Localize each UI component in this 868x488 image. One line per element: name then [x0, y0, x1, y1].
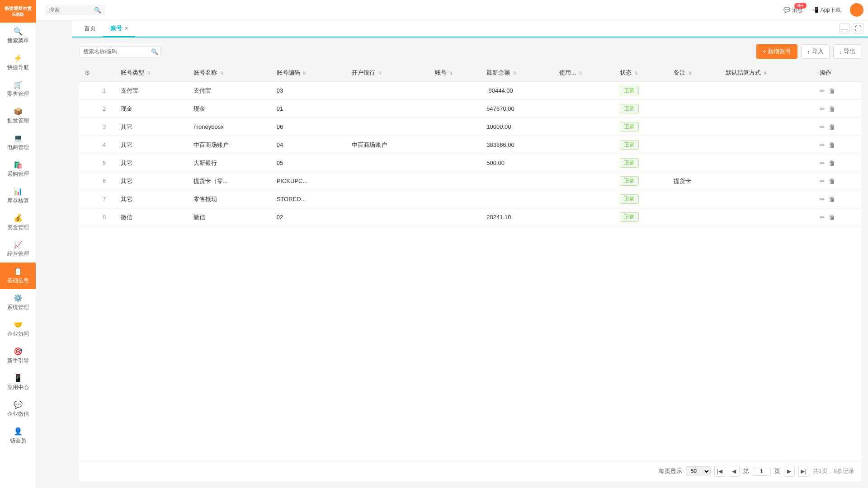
- sort-name-icon: ⇅: [220, 70, 223, 75]
- sort-balance-icon: ⇅: [513, 70, 516, 75]
- tab-account[interactable]: 账号 ×: [103, 21, 135, 37]
- wholesale-icon: 📦: [14, 107, 23, 116]
- sidebar-item-member[interactable]: 👤 畅会员: [0, 422, 36, 449]
- search-input[interactable]: [83, 48, 151, 55]
- delete-btn[interactable]: 🗑: [829, 160, 835, 167]
- search-menu-icon: 🔍: [14, 27, 23, 36]
- delete-btn[interactable]: 🗑: [829, 141, 835, 149]
- row-usage: [554, 136, 614, 154]
- next-page-btn[interactable]: ▶: [784, 466, 795, 477]
- row-type: 现金: [115, 100, 188, 118]
- edit-btn[interactable]: ✏: [820, 178, 825, 185]
- row-status: 正常: [614, 118, 668, 136]
- col-usage[interactable]: 使用... ⇅: [554, 64, 614, 82]
- col-default-settle[interactable]: 默认结算方式 ⇅: [720, 64, 814, 82]
- first-page-btn[interactable]: |◀: [714, 466, 725, 477]
- topbar-search-input[interactable]: [49, 7, 94, 13]
- edit-btn[interactable]: ✏: [820, 105, 825, 113]
- sort-code-icon: ⇅: [302, 70, 306, 75]
- status-badge: 正常: [620, 194, 639, 204]
- delete-btn[interactable]: 🗑: [829, 123, 835, 131]
- row-name: 支付宝: [188, 82, 271, 100]
- col-bank-label: 开户银行: [352, 69, 375, 76]
- sidebar-item-ecommerce-mgmt[interactable]: 💻 电商管理: [0, 129, 36, 156]
- delete-btn[interactable]: 🗑: [829, 178, 835, 185]
- sidebar-item-capital-mgmt[interactable]: 💰 资金管理: [0, 209, 36, 236]
- col-status[interactable]: 状态 ⇅: [614, 64, 668, 82]
- sidebar-item-retail-mgmt[interactable]: 🛒 零售管理: [0, 76, 36, 103]
- row-type: 其它: [115, 190, 188, 208]
- edit-btn[interactable]: ✏: [820, 160, 825, 167]
- row-name: 大新银行: [188, 154, 271, 172]
- member-icon: 👤: [14, 427, 23, 436]
- search-icon[interactable]: 🔍: [151, 48, 158, 55]
- row-num: 5: [97, 154, 115, 172]
- sidebar-item-wholesale-mgmt[interactable]: 📦 批发管理: [0, 103, 36, 129]
- delete-btn[interactable]: 🗑: [829, 196, 835, 203]
- col-code[interactable]: 账号编码 ⇅: [271, 64, 347, 82]
- add-account-btn[interactable]: + 新增账号: [756, 44, 797, 59]
- tab-home[interactable]: 首页: [77, 21, 103, 37]
- per-page-select[interactable]: 50 20 100: [686, 466, 711, 476]
- status-badge: 正常: [620, 86, 639, 95]
- sidebar-item-app-center[interactable]: 📱 应用中心: [0, 369, 36, 396]
- sidebar-item-purchase-mgmt[interactable]: 🛍️ 采购管理: [0, 156, 36, 183]
- sidebar-item-new-guide[interactable]: 🎯 新手引导: [0, 343, 36, 369]
- page-content: 🔍 + 新增账号 ↑ 导入 ↓ 导出 ⚙: [72, 38, 868, 488]
- col-name[interactable]: 账号名称 ⇅: [188, 64, 271, 82]
- topbar-app-download[interactable]: 📲 App下载: [812, 6, 841, 14]
- export-btn[interactable]: ↓ 导出: [833, 44, 862, 59]
- col-account[interactable]: 账号 ⇅: [429, 64, 481, 82]
- sidebar-item-label: 批发管理: [7, 117, 29, 125]
- delete-btn[interactable]: 🗑: [829, 214, 835, 221]
- sidebar-item-enterprise-wechat[interactable]: 💬 企业微信: [0, 396, 36, 422]
- col-remark[interactable]: 备注 ⇅: [668, 64, 720, 82]
- sidebar-item-operation-mgmt[interactable]: 📈 经营管理: [0, 236, 36, 263]
- page-input[interactable]: [753, 467, 771, 476]
- sidebar-item-quick-nav[interactable]: ⚡ 快捷导航: [0, 49, 36, 76]
- row-settings: [79, 190, 97, 208]
- delete-btn[interactable]: 🗑: [829, 105, 835, 113]
- sidebar-item-search-menu[interactable]: 🔍 搜索菜单: [0, 23, 36, 49]
- edit-btn[interactable]: ✏: [820, 214, 825, 221]
- col-code-label: 账号编码: [277, 69, 300, 76]
- row-default-settle: [720, 118, 814, 136]
- row-remark: [668, 118, 720, 136]
- logo: 畅捷通财生意 乐惠版: [0, 0, 36, 23]
- app-download-label: App下载: [821, 6, 841, 14]
- prev-page-btn[interactable]: ◀: [729, 466, 740, 477]
- purchase-icon: 🛍️: [14, 160, 23, 169]
- sidebar-item-sys-mgmt[interactable]: ⚙️ 系统管理: [0, 289, 36, 316]
- last-page-btn[interactable]: ▶|: [798, 466, 809, 477]
- col-balance[interactable]: 最新余额 ⇅: [481, 64, 554, 82]
- row-remark: [668, 154, 720, 172]
- avatar[interactable]: [850, 3, 863, 17]
- tab-account-close[interactable]: ×: [125, 25, 128, 32]
- edit-btn[interactable]: ✏: [820, 141, 825, 149]
- col-type[interactable]: 账号类型 ⇅: [115, 64, 188, 82]
- row-code: 03: [271, 82, 347, 100]
- settings-icon[interactable]: ⚙: [85, 69, 90, 76]
- table-row: 1 支付宝 支付宝 03 -90444.00 正常 ✏ 🗑: [79, 82, 861, 100]
- row-account: [429, 118, 481, 136]
- sidebar-item-basic-info[interactable]: 📋 基础信息: [0, 263, 36, 289]
- tab-maximize-btn[interactable]: ⛶: [853, 23, 863, 34]
- logo-subtext: 乐惠版: [12, 12, 24, 18]
- tab-minimize-btn[interactable]: —: [839, 23, 850, 34]
- edit-btn[interactable]: ✏: [820, 196, 825, 203]
- import-btn[interactable]: ↑ 导入: [801, 44, 830, 59]
- topbar-search[interactable]: 🔍: [45, 5, 105, 15]
- sort-usage-icon: ⇅: [579, 70, 582, 75]
- row-code: PICKUPC...: [271, 172, 347, 190]
- row-status: 正常: [614, 100, 668, 118]
- col-bank[interactable]: 开户银行 ⇅: [346, 64, 429, 82]
- sidebar-item-label: 经营管理: [7, 250, 29, 258]
- delete-btn[interactable]: 🗑: [829, 87, 835, 94]
- row-status: 正常: [614, 136, 668, 154]
- sidebar-item-enterprise-agreement[interactable]: 🤝 企业协同: [0, 316, 36, 343]
- edit-btn[interactable]: ✏: [820, 123, 825, 131]
- sidebar-item-inventory-calc[interactable]: 📊 库存核算: [0, 183, 36, 209]
- col-type-label: 账号类型: [121, 69, 144, 76]
- edit-btn[interactable]: ✏: [820, 87, 825, 94]
- topbar-msg[interactable]: 💬 消息 99+: [783, 6, 803, 14]
